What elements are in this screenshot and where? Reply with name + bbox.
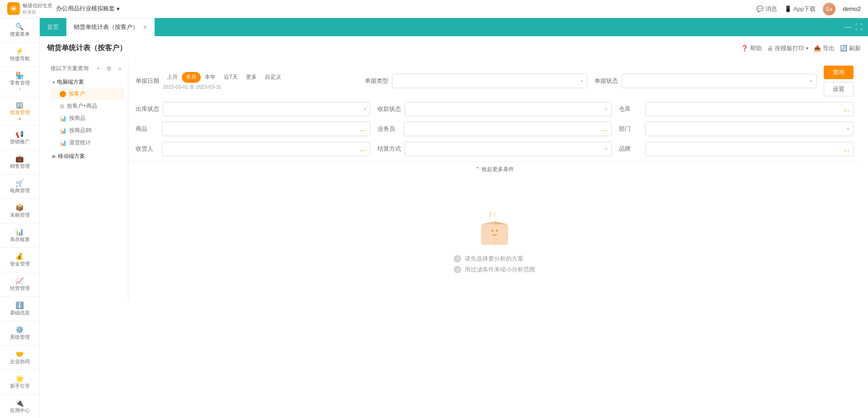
brand-dots[interactable]: ...: [844, 145, 849, 153]
product-dots[interactable]: ...: [360, 125, 366, 133]
help-label: 帮助: [750, 44, 762, 52]
logo-text: 畅捷信好生意: [23, 2, 52, 9]
receiver-dots[interactable]: ...: [360, 145, 366, 153]
scheme-group-mobile-header[interactable]: ▶ 移动端方案: [51, 151, 124, 162]
scheme-item-return-stats[interactable]: 📊 退货统计: [51, 137, 124, 149]
workspace-arrow: ▾: [117, 5, 120, 12]
help-btn[interactable]: ❓ 帮助: [741, 44, 762, 52]
svg-point-3: [488, 226, 501, 238]
sidebar-item-inventory[interactable]: 📊 库存核算: [0, 223, 39, 248]
scheme-item-by-customer-product[interactable]: ⊞ 按客户+商品: [51, 100, 124, 112]
warehouse-dots[interactable]: ...: [844, 105, 849, 113]
department-arrow: ▾: [847, 126, 849, 132]
sidebar-item-sales-mgmt[interactable]: 💼 销售管理: [0, 150, 39, 175]
collapse-btn[interactable]: ⌃ 收起更多条件: [128, 162, 861, 177]
svg-point-4: [491, 230, 493, 232]
chart-icon-1: 📊: [60, 115, 66, 122]
settings-button[interactable]: 设置: [824, 82, 854, 96]
salesperson-control[interactable]: ...: [404, 122, 612, 136]
print-arrow-icon: ▾: [806, 46, 808, 51]
filter-row-3: 商品 ... 业务员 ...: [136, 122, 854, 136]
scheme-settings-btn[interactable]: ⚙: [104, 64, 113, 73]
app-logo-icon: [7, 2, 20, 15]
sidebar-item-enterprise[interactable]: 🤝 企业协同: [0, 346, 39, 370]
receiver-control[interactable]: ...: [162, 142, 370, 156]
user-avatar[interactable]: Ea: [823, 3, 835, 15]
user-name: demo2: [843, 5, 861, 12]
brand-control[interactable]: ...: [645, 142, 854, 156]
scheme-group-desktop-header[interactable]: ▾ 电脑端方案: [51, 76, 124, 88]
query-button[interactable]: 查询: [824, 66, 854, 79]
sidebar-item-operations[interactable]: 📈 经营管理: [0, 272, 39, 297]
scheme-item-by-product-99[interactable]: 📊 按商品99: [51, 124, 124, 137]
tab-sales-stat[interactable]: 销货单统计表（按客户） ✕: [66, 18, 155, 36]
product-label: 商品: [136, 125, 158, 133]
date-tab-last-month[interactable]: 上月: [163, 72, 182, 83]
download-icon: 📱: [784, 5, 792, 12]
scheme-collapse-btn[interactable]: «: [115, 64, 124, 73]
date-tab-last-7[interactable]: 近7天: [220, 72, 242, 83]
sidebar-item-wholesale-mgmt[interactable]: 🏢 批发管理 ▴: [0, 96, 39, 126]
sidebar-item-search-menu[interactable]: 🔍 搜索菜单: [0, 18, 39, 43]
minimize-icon[interactable]: —: [844, 23, 852, 31]
date-tab-this-year[interactable]: 本年: [201, 72, 220, 83]
filter-row-1: 单据日期 上月 本月 本年 近7天 更多 自定义: [136, 66, 854, 96]
filter-settlement: 结算方式 ▾: [377, 142, 612, 156]
tip-num-2: ②: [454, 266, 461, 273]
sidebar-item-basic-info[interactable]: ℹ️ 基础信息: [0, 297, 39, 321]
bill-status-control[interactable]: ▾: [622, 74, 816, 88]
bill-type-control[interactable]: ▾: [392, 74, 587, 88]
grid-icon: ⊞: [60, 103, 64, 109]
filter-row-2: 出库状态 ▾ 收款状态 ▾: [136, 102, 854, 116]
scheme-add-btn[interactable]: ＋: [94, 64, 103, 73]
refresh-btn[interactable]: 🔄 刷新: [840, 44, 861, 52]
logo-area: 畅捷信好生意 标准版: [7, 2, 52, 15]
filter-bill-type: 单据类型 ▾: [365, 74, 587, 88]
sidebar-item-finance[interactable]: 💰 资金管理: [0, 248, 39, 272]
date-tab-this-month[interactable]: 本月: [182, 72, 201, 83]
receipt-status-control[interactable]: ▾: [405, 102, 612, 116]
page-header: 销货单统计表（按客户） ❓ 帮助 🖨 按模板打印 ▾ 📤 导出: [47, 43, 861, 53]
empty-illustration: [467, 204, 522, 249]
purchase-label: 采购管理: [10, 212, 30, 218]
header-right: 💬 消息 📱 App下载 Ea demo2: [756, 3, 861, 15]
date-label: 单据日期: [136, 77, 159, 85]
date-tab-custom[interactable]: 自定义: [261, 72, 285, 83]
sidebar-item-system[interactable]: ⚙️ 系统管理: [0, 321, 39, 346]
message-btn[interactable]: 💬 消息: [756, 5, 777, 13]
sidebar-item-retail-mgmt[interactable]: 🏪 零售管理 ▾: [0, 67, 39, 96]
tab-close-icon[interactable]: ✕: [143, 24, 147, 30]
department-control[interactable]: ▾: [645, 122, 854, 136]
sidebar-item-quick-nav[interactable]: ⚡ 快捷导航: [0, 43, 39, 67]
warehouse-control[interactable]: ...: [645, 102, 854, 116]
template-print-btn[interactable]: 🖨 按模板打印 ▾: [767, 44, 808, 52]
inventory-label: 库存核算: [10, 236, 30, 243]
filter-date: 单据日期 上月 本月 本年 近7天 更多 自定义: [136, 72, 358, 90]
sidebar-item-marketing[interactable]: 📢 营销推广: [0, 126, 39, 150]
page-title: 销货单统计表（按客户）: [47, 43, 127, 53]
app-download-btn[interactable]: 📱 App下载: [784, 5, 816, 13]
filter-out-status: 出库状态 ▾: [136, 102, 370, 116]
tab-home[interactable]: 首页: [40, 18, 66, 36]
scheme-item-by-product[interactable]: 📊 按商品: [51, 112, 124, 124]
product-control[interactable]: ...: [162, 122, 370, 136]
sidebar-item-new-guide[interactable]: 🌟 新手引导: [0, 370, 39, 394]
print-icon: 🖨: [767, 45, 773, 52]
workspace-selector[interactable]: 办公用品行业模拟账套 ▾: [56, 5, 120, 13]
sidebar-item-ecommerce[interactable]: 🛒 电商管理: [0, 175, 39, 199]
maximize-icon[interactable]: ⛶: [855, 23, 863, 31]
export-btn[interactable]: 📤 导出: [814, 44, 835, 52]
date-tab-more[interactable]: 更多: [242, 72, 261, 83]
filter-brand: 品牌 ...: [619, 142, 854, 156]
empty-tips: ① 请先选择要分析的方案 ② 用过滤条件来缩小分析范围: [454, 255, 535, 274]
scheme-item-by-customer-label: 按客户: [69, 90, 85, 98]
scheme-item-by-customer[interactable]: 按客户: [51, 88, 124, 100]
sidebar-item-purchase[interactable]: 📦 采购管理: [0, 199, 39, 223]
new-guide-label: 新手引导: [10, 383, 30, 390]
salesperson-dots[interactable]: ...: [602, 125, 608, 133]
settlement-control[interactable]: ▾: [405, 142, 612, 156]
scheme-group-mobile: ▶ 移动端方案: [51, 151, 124, 162]
split-layout: 按以下方案查询 ＋ ⚙ « ▾ 电脑端方案: [47, 60, 861, 301]
sidebar-item-app-center[interactable]: 🔌 应用中心: [0, 394, 39, 418]
out-status-control[interactable]: ▾: [163, 102, 370, 116]
